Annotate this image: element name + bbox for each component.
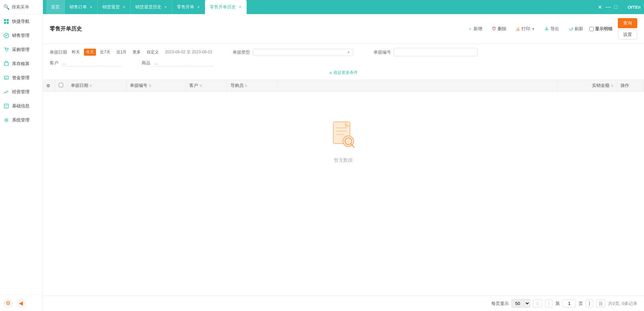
sales-mgmt-icon xyxy=(3,33,9,39)
sidebar-item-finance[interactable]: 资金管理 xyxy=(0,71,43,85)
sidebar-item-label: 库存核算 xyxy=(12,61,30,67)
add-button[interactable]: ＋ 新增 xyxy=(464,24,486,34)
filter-doc-type-group: 单据类型 ▼ xyxy=(233,49,353,56)
th-checkbox[interactable] xyxy=(55,80,67,92)
tab-home[interactable]: 首页 xyxy=(46,0,65,14)
export-button[interactable]: 导出 xyxy=(541,24,562,34)
empty-icon xyxy=(327,118,360,152)
sidebar-item-sales-mgmt[interactable]: 销售管理 xyxy=(0,29,43,43)
next-page-btn[interactable]: ⟩ xyxy=(586,300,593,307)
th-actions-label: 操作 xyxy=(621,83,629,88)
tab-sales-order[interactable]: 销售订单 ✕ xyxy=(65,0,98,14)
sidebar-item-label: 经营管理 xyxy=(12,89,30,95)
tab-sales-return-history[interactable]: 销货退货历史 ✕ xyxy=(131,0,172,14)
sidebar-search-label: 搜索采单 xyxy=(12,4,29,10)
finance-icon xyxy=(3,75,9,81)
filter-goods-group: 商品 xyxy=(142,60,213,66)
filter-doc-no-group: 单据编号 xyxy=(374,48,478,56)
th-salesperson[interactable]: 导购员 ⇅ xyxy=(227,80,277,92)
per-page-select[interactable]: 50 10 20 100 xyxy=(511,299,530,308)
th-no[interactable]: 单据编号 ⇅ xyxy=(127,80,186,92)
last-page-btn[interactable]: ⟩⟩ xyxy=(596,300,605,307)
goods-input[interactable] xyxy=(153,60,213,66)
sidebar-item-inventory[interactable]: 库存核算 xyxy=(0,57,43,71)
tab-retail-open-history[interactable]: 零售开单历史 ✕ xyxy=(205,0,247,14)
maximize-icon[interactable]: □ xyxy=(614,4,617,10)
per-page-label: 每页显示 xyxy=(491,301,509,307)
tab-retail-open-close[interactable]: ✕ xyxy=(197,5,200,9)
total-info: 共0页, 0条记录 xyxy=(608,301,637,307)
select-all-checkbox[interactable] xyxy=(59,83,63,87)
doc-no-input[interactable] xyxy=(394,48,478,56)
print-dropdown-icon: ▼ xyxy=(532,27,535,31)
display-detail-checkbox[interactable] xyxy=(589,27,594,31)
tab-sales-return-close[interactable]: ✕ xyxy=(122,5,126,9)
doc-type-label: 单据类型 xyxy=(233,49,250,55)
page-suffix: 页 xyxy=(579,301,583,307)
sidebar-item-label: 资金管理 xyxy=(12,75,30,81)
operations-icon xyxy=(3,89,9,95)
refresh-label: 刷新 xyxy=(575,26,583,32)
sidebar-item-system-mgmt[interactable]: 系统管理 xyxy=(0,113,43,127)
minimize-icon[interactable]: — xyxy=(605,4,611,10)
th-settings[interactable]: ⚙ xyxy=(43,80,55,92)
toolbar: ＋ 新增 删除 🖨 打印 ▼ xyxy=(464,18,637,40)
sidebar-item-label: 系统管理 xyxy=(12,117,30,123)
display-detail-toggle[interactable]: 显示明细 xyxy=(589,26,612,32)
sidebar-item-operations[interactable]: 经营管理 xyxy=(0,85,43,99)
collapse-sidebar-icon[interactable]: ◀ xyxy=(16,298,26,308)
sidebar-item-label: 快捷导航 xyxy=(12,18,30,24)
sidebar-item-quick-nav[interactable]: 快捷导航 xyxy=(0,14,43,29)
tab-sales-return-history-close[interactable]: ✕ xyxy=(164,5,167,9)
search-icon: 🔍 xyxy=(3,4,10,10)
yesterday-opt[interactable]: 昨天 xyxy=(70,49,82,56)
print-button[interactable]: 🖨 打印 ▼ xyxy=(512,24,538,34)
svg-rect-1 xyxy=(7,19,9,21)
sidebar-search[interactable]: 🔍 搜索采单 xyxy=(0,0,43,14)
customer-input[interactable] xyxy=(61,60,121,66)
page-number-input[interactable] xyxy=(562,300,576,307)
add-icon: ＋ xyxy=(468,26,472,32)
display-detail-label: 显示明细 xyxy=(595,26,612,32)
th-customer[interactable]: 客户 ⇅ xyxy=(186,80,227,92)
print-label: 打印 xyxy=(522,26,530,32)
tab-bar-right: ✕ — □ OfTEn xyxy=(598,4,641,10)
tab-sales-return[interactable]: 销货退货 ✕ xyxy=(98,0,131,14)
empty-text: 暂无数据 xyxy=(334,157,353,163)
goods-label: 商品 xyxy=(142,60,150,66)
data-table: ⚙ 单据日期 ⇅ 单据编号 ⇅ xyxy=(43,80,644,190)
sidebar-item-basic-info[interactable]: 基础信息 xyxy=(0,99,43,113)
collapse-filter-btn[interactable]: ∧ 收起更多条件 xyxy=(50,70,637,75)
delete-button[interactable]: 删除 xyxy=(488,24,510,34)
prev-page-btn[interactable]: ⟨ xyxy=(545,300,553,307)
page-header: 零售开单历史 ＋ 新增 删除 🖨 打印 ▼ xyxy=(43,14,644,44)
th-salesperson-sort-icon: ⇅ xyxy=(245,84,247,88)
sidebar-item-label: 基础信息 xyxy=(12,103,30,109)
svg-rect-3 xyxy=(7,22,9,24)
refresh-button[interactable]: 刷新 xyxy=(565,24,587,34)
delete-icon xyxy=(492,26,496,32)
setting-button[interactable]: 设置 xyxy=(618,30,637,40)
content-area: 零售开单历史 ＋ 新增 删除 🖨 打印 ▼ xyxy=(43,14,644,311)
filter-date-options: 昨天 今天 近7天 近1月 更多 自定义 xyxy=(70,49,161,56)
doc-no-label: 单据编号 xyxy=(374,49,391,55)
close-window-icon[interactable]: ✕ xyxy=(598,4,602,10)
last-month-opt[interactable]: 近1月 xyxy=(114,49,129,56)
settings-icon: ⚙ xyxy=(46,83,50,88)
query-button[interactable]: 查询 xyxy=(618,18,637,28)
custom-opt[interactable]: 自定义 xyxy=(145,49,161,56)
sidebar-item-purchase-mgmt[interactable]: 采购管理 xyxy=(0,43,43,57)
sidebar-item-label: 采购管理 xyxy=(12,47,30,53)
th-date[interactable]: 单据日期 ⇅ xyxy=(67,80,127,92)
th-amount[interactable]: 实销金额 ⇅ xyxy=(558,80,617,92)
settings-bottom-icon[interactable]: ⚙ xyxy=(3,298,13,308)
first-page-btn[interactable]: ⟨⟨ xyxy=(533,300,542,307)
more-opt[interactable]: 更多 xyxy=(131,49,143,56)
tab-retail-open[interactable]: 零售开单 ✕ xyxy=(172,0,205,14)
doc-type-select[interactable]: ▼ xyxy=(253,49,353,56)
last7-opt[interactable]: 近7天 xyxy=(98,49,112,56)
tab-sales-order-close[interactable]: ✕ xyxy=(90,5,93,9)
tab-retail-open-history-close[interactable]: ✕ xyxy=(239,5,242,9)
th-amount-sort-icon: ⇅ xyxy=(611,84,613,88)
today-opt[interactable]: 今天 xyxy=(84,49,96,56)
